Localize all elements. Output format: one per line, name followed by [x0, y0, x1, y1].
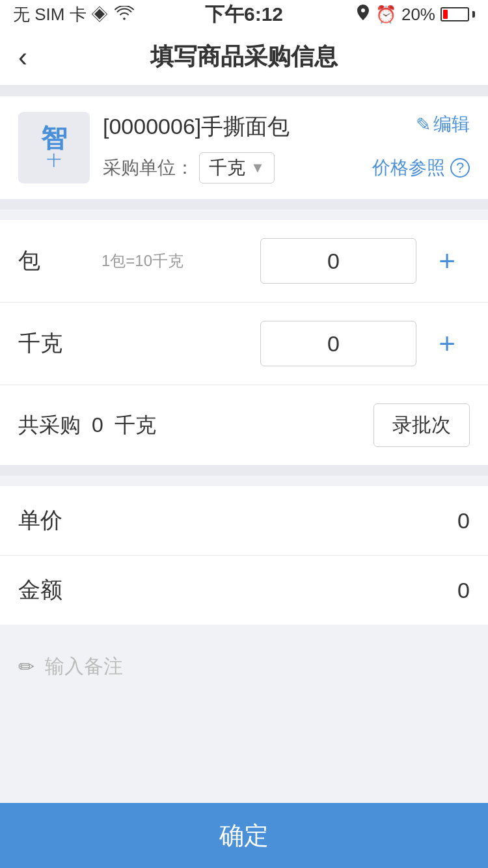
product-logo-sub: 十 [41, 151, 67, 170]
product-thumbnail: 智 十 [18, 112, 90, 183]
status-time: 下午6:12 [205, 1, 283, 28]
location-icon [356, 4, 370, 25]
unit-label: 采购单位： [103, 156, 194, 180]
bao-label: 包 [18, 246, 96, 276]
unit-value: 千克 [209, 156, 245, 180]
separator-2 [0, 199, 488, 210]
total-amount: 0 [92, 413, 103, 437]
no-sim-text: 无 SIM 卡 ◈ [13, 3, 108, 26]
status-bar: 无 SIM 卡 ◈ 下午6:12 ⏰ 20% [0, 0, 488, 29]
kg-input-row: 千克 + [0, 303, 488, 385]
kg-plus-button[interactable]: + [424, 321, 470, 366]
amount-label: 金额 [18, 575, 62, 605]
product-info: [0000006]手撕面包 ✎ 编辑 采购单位： 千克 ▼ 价格参照 ? [103, 112, 470, 183]
price-ref-button[interactable]: 价格参照 ? [372, 156, 470, 180]
confirm-label: 确定 [219, 819, 269, 852]
kg-label: 千克 [18, 329, 96, 359]
product-logo-main: 智 [41, 125, 67, 151]
battery-percent: 20% [401, 5, 435, 25]
help-icon: ? [450, 158, 470, 178]
plus-icon: + [439, 247, 455, 275]
batch-button[interactable]: 录批次 [373, 403, 470, 447]
remark-placeholder: 输入备注 [45, 653, 123, 680]
separator-3 [0, 465, 488, 476]
dropdown-arrow-icon: ▼ [251, 159, 265, 176]
product-name: [0000006]手撕面包 [103, 112, 290, 142]
page-title: 填写商品采购信息 [150, 41, 338, 73]
total-row: 共采购 0 千克 录批次 [0, 385, 488, 465]
plus-icon-2: + [439, 329, 455, 358]
amount-row: 金额 0 [0, 556, 488, 625]
unit-price-label: 单价 [18, 506, 62, 536]
bao-sub-label: 1包=10千克 [102, 251, 183, 271]
amount-value: 0 [457, 578, 470, 603]
unit-price-row: 单价 0 [0, 486, 488, 556]
unit-price-value: 0 [457, 508, 470, 534]
total-text: 共采购 0 千克 [18, 411, 156, 440]
status-right: ⏰ 20% [356, 4, 475, 25]
product-card: 智 十 [0000006]手撕面包 ✎ 编辑 采购单位： 千克 ▼ 价格参照 ? [0, 96, 488, 199]
confirm-button[interactable]: 确定 [0, 803, 488, 868]
remark-section[interactable]: ✏ 输入备注 [0, 635, 488, 698]
detail-section: 单价 0 金额 0 [0, 486, 488, 625]
back-button[interactable]: ‹ [18, 44, 27, 71]
bao-quantity-input[interactable] [260, 238, 416, 284]
nav-bar: ‹ 填写商品采购信息 [0, 29, 488, 86]
input-section: 包 1包=10千克 + 千克 + [0, 220, 488, 385]
wifi-icon [115, 5, 134, 25]
unit-select[interactable]: 千克 ▼ [199, 152, 275, 183]
separator-1 [0, 86, 488, 96]
kg-quantity-input[interactable] [260, 321, 416, 366]
bao-input-row: 包 1包=10千克 + [0, 220, 488, 303]
battery-icon [441, 7, 475, 21]
status-left: 无 SIM 卡 ◈ [13, 3, 134, 26]
edit-icon: ✎ [416, 114, 431, 135]
edit-button[interactable]: ✎ 编辑 [416, 112, 470, 137]
pencil-icon: ✏ [18, 655, 34, 678]
bao-plus-button[interactable]: + [424, 238, 470, 284]
alarm-icon: ⏰ [375, 5, 396, 25]
